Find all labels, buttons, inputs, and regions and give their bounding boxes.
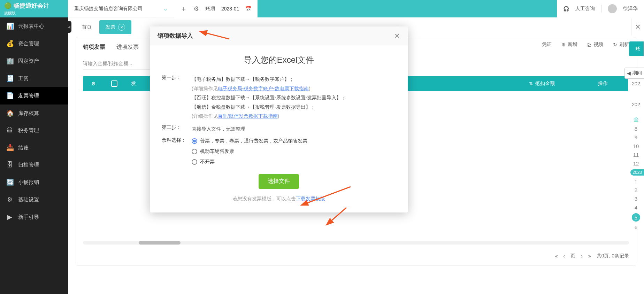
step1-line2: 【百旺】税控盘数据下载→【系统设置-系统参数设置-发票批量导入】； bbox=[192, 93, 396, 102]
rail-month[interactable]: 9 bbox=[635, 134, 637, 140]
radio-group: 普票，专票，卷票，通行费发票，农产品销售发票 机动车销售发票 不开票 bbox=[192, 137, 307, 165]
video-button[interactable]: ⊵视频 bbox=[587, 41, 603, 48]
radio-option-general[interactable]: 普票，专票，卷票，通行费发票，农产品销售发票 bbox=[192, 138, 307, 144]
refresh-icon: ↻ bbox=[613, 42, 617, 47]
step1-link2[interactable]: 百旺/航信发票数据下载指南 bbox=[218, 113, 278, 119]
sidebar-item-inventory[interactable]: 🏠库存核算 bbox=[0, 105, 68, 122]
company-name: 重庆畅捷交通信息咨询有限公司 bbox=[74, 6, 143, 12]
consult-link[interactable]: 人工咨询 bbox=[575, 6, 595, 12]
radio-icon bbox=[192, 149, 197, 154]
tab-home[interactable]: 首页 bbox=[76, 21, 98, 34]
sidebar-item-funds[interactable]: 💰资金管理 bbox=[0, 35, 68, 52]
rail-month-selected[interactable]: 5 bbox=[632, 213, 640, 222]
tab-invoice[interactable]: 发票 ✕ bbox=[99, 20, 131, 34]
toolbar-right: 凭证 ⊕新增 ⊵视频 ↻刷新 bbox=[542, 41, 629, 48]
sidebar-item-reports[interactable]: 📊云报表中心 bbox=[0, 17, 68, 35]
scrollbar-thumb[interactable] bbox=[139, 241, 181, 245]
amount-search-input[interactable] bbox=[83, 57, 160, 70]
pager-prev-icon[interactable]: ‹ bbox=[564, 253, 565, 259]
radio-option-none[interactable]: 不开票 bbox=[192, 159, 307, 165]
rail-month[interactable]: 1 bbox=[635, 178, 637, 184]
sidebar-item-assets[interactable]: 🏢固定资产 bbox=[0, 52, 68, 70]
brand-name: 🟢畅捷通好会计 bbox=[4, 2, 64, 10]
building-icon: 🏢 bbox=[6, 57, 13, 65]
calendar-icon[interactable]: 📅 bbox=[245, 6, 251, 11]
sidebar-item-salary[interactable]: 🧾工资 bbox=[0, 70, 68, 87]
close-panel-button[interactable]: ✕ bbox=[631, 18, 644, 35]
step1-note2: (详细操作见百旺/航信发票数据下载指南) bbox=[192, 111, 396, 121]
tab-close-icon[interactable]: ✕ bbox=[118, 24, 125, 31]
period-label: 账期 bbox=[205, 6, 215, 12]
radio-label: 票种选择： bbox=[162, 137, 192, 165]
sidebar-item-tax[interactable]: 🏛税务管理 bbox=[0, 122, 68, 139]
tab-invoice-label: 发票 bbox=[106, 24, 115, 30]
period-tab[interactable]: ◀期间 bbox=[624, 68, 644, 79]
rail-year-2[interactable]: 202 bbox=[632, 102, 640, 107]
refresh-button[interactable]: ↻刷新 bbox=[613, 41, 629, 48]
rail-month-all[interactable]: 全 bbox=[634, 116, 639, 123]
rail-month[interactable]: 12 bbox=[633, 161, 639, 167]
sidebar-collapse-handle[interactable]: ◀ bbox=[67, 21, 71, 33]
chevron-down-icon: ⌄ bbox=[163, 6, 168, 11]
acct-button[interactable]: 账 bbox=[629, 41, 644, 56]
inbox-icon: 📥 bbox=[6, 144, 13, 152]
rail-month[interactable]: 6 bbox=[635, 224, 637, 230]
refresh-icon: 🔄 bbox=[6, 178, 13, 186]
rail-month[interactable]: 3 bbox=[635, 196, 637, 202]
sidebar-item-close[interactable]: 📥结账 bbox=[0, 139, 68, 156]
th-checkbox[interactable] bbox=[104, 80, 125, 87]
step-1: 第一步： 【电子税务局】数据下载→【税务数字账户】； (详细操作见电子税务局-税… bbox=[162, 75, 396, 121]
step1-line3: 【航信】金税盘数据下载→【报税管理-发票数据导出】； bbox=[192, 102, 396, 112]
download-template-link[interactable]: 下载发票模版 bbox=[296, 196, 325, 201]
top-tools: ＋ ⚙ 账期 2023-01 📅 bbox=[174, 0, 258, 17]
gear-icon[interactable]: ⚙ bbox=[193, 5, 199, 13]
top-right: 🎧 人工咨询 徐泽华 bbox=[557, 0, 644, 17]
pager-next-last-icon[interactable]: » bbox=[588, 253, 591, 259]
voucher-button[interactable]: 凭证 bbox=[542, 41, 552, 48]
modal-body: 导入您的Excel文件 第一步： 【电子税务局】数据下载→【税务数字账户】； (… bbox=[150, 45, 408, 212]
period-value[interactable]: 2023-01 bbox=[221, 6, 239, 11]
gear-icon: ⚙ bbox=[91, 81, 96, 86]
plus-icon[interactable]: ＋ bbox=[180, 4, 187, 14]
chart-icon: 📊 bbox=[6, 22, 13, 30]
horizontal-scrollbar[interactable] bbox=[83, 241, 629, 245]
play-icon: ⊵ bbox=[587, 42, 591, 47]
radio-option-vehicle[interactable]: 机动车销售发票 bbox=[192, 148, 307, 155]
sidebar-item-guide[interactable]: ▶新手引导 bbox=[0, 208, 68, 226]
subtab-in[interactable]: 进项发票 bbox=[116, 44, 139, 51]
sidebar-item-invoice[interactable]: 📄发票管理 bbox=[0, 87, 68, 105]
receipt-icon: 🧾 bbox=[6, 75, 13, 82]
sidebar-item-settings[interactable]: ⚙基础设置 bbox=[0, 191, 68, 208]
user-name[interactable]: 徐泽华 bbox=[623, 6, 638, 12]
th-invoice[interactable]: 发 bbox=[125, 80, 142, 87]
rail-year-1[interactable]: 202 bbox=[632, 81, 640, 86]
period-rail: ◀期间 202 202 全 8 9 10 11 12 2023 1 2 3 4 … bbox=[628, 68, 644, 230]
play-icon: ▶ bbox=[6, 213, 13, 221]
th-offset[interactable]: ⇅抵扣金额 bbox=[507, 80, 577, 87]
rail-month[interactable]: 10 bbox=[633, 143, 639, 149]
headset-icon: 🎧 bbox=[563, 6, 569, 11]
th-gear[interactable]: ⚙ bbox=[83, 81, 104, 86]
rail-year-badge: 2023 bbox=[630, 169, 644, 176]
add-button[interactable]: ⊕新增 bbox=[561, 41, 577, 48]
sidebar-item-reimburse[interactable]: 🔄小畅报销 bbox=[0, 173, 68, 191]
subtab-out[interactable]: 销项发票 bbox=[83, 44, 105, 51]
gear-icon: ⚙ bbox=[6, 196, 13, 203]
rail-month[interactable]: 11 bbox=[633, 152, 639, 158]
close-icon[interactable]: ✕ bbox=[394, 32, 400, 40]
rail-month[interactable]: 8 bbox=[635, 126, 637, 132]
rail-month[interactable]: 2 bbox=[635, 187, 637, 193]
pager-next-icon[interactable]: › bbox=[581, 253, 583, 259]
modal-header: 销项数据导入 ✕ bbox=[150, 26, 408, 45]
th-operation: 操作 bbox=[577, 80, 629, 87]
pager-summary: 共0页, 0条记录 bbox=[597, 253, 629, 259]
select-file-button[interactable]: 选择文件 bbox=[259, 174, 299, 189]
step1-link1[interactable]: 电子税务局-税务数字账户-数电票下载指南 bbox=[218, 86, 309, 91]
step1-note1: (详细操作见电子税务局-税务数字账户-数电票下载指南) bbox=[192, 84, 396, 93]
rail-month[interactable]: 4 bbox=[635, 204, 637, 210]
company-selector[interactable]: 重庆畅捷交通信息咨询有限公司 ⌄ bbox=[68, 0, 174, 17]
sidebar-item-archive[interactable]: 🗄归档管理 bbox=[0, 156, 68, 173]
pager: « ‹ 页 › » 共0页, 0条记录 bbox=[83, 253, 629, 259]
avatar[interactable] bbox=[608, 4, 617, 13]
pager-prev-first-icon[interactable]: « bbox=[555, 253, 558, 259]
